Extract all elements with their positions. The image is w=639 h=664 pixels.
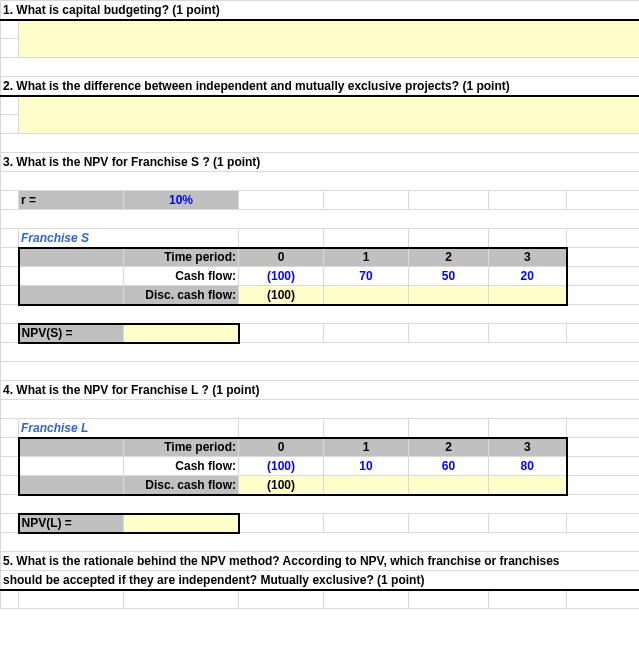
- grid-cell: [1, 590, 19, 609]
- q4-prompt: 4. What is the NPV for Franchise L ? (1 …: [1, 381, 640, 400]
- npv-l-label: NPV(L) =: [19, 514, 124, 533]
- dcf-l-0[interactable]: (100): [239, 476, 324, 495]
- franchise-s-label: Franchise S: [19, 229, 239, 248]
- grid-cell: [1, 476, 19, 495]
- q3-prompt: 3. What is the NPV for Franchise S ? (1 …: [1, 153, 640, 172]
- q1-prompt: 1. What is capital budgeting? (1 point): [1, 1, 640, 20]
- q5-prompt-line1: 5. What is the rationale behind the NPV …: [1, 552, 640, 571]
- cf-l-0[interactable]: (100): [239, 457, 324, 476]
- worksheet: 1. What is capital budgeting? (1 point) …: [0, 0, 639, 609]
- grid-cell: [1, 39, 19, 58]
- dcf-label: Disc. cash flow:: [124, 286, 239, 305]
- r-value[interactable]: 10%: [124, 191, 239, 210]
- grid-cell: [567, 248, 640, 267]
- cf-label: Cash flow:: [124, 457, 239, 476]
- grid-cell: [1, 419, 19, 438]
- grid-cell: [567, 590, 640, 609]
- q5-prompt-line2: should be accepted if they are independe…: [1, 571, 640, 590]
- dcf-s-3[interactable]: [489, 286, 567, 305]
- grid-cell: [324, 590, 409, 609]
- time-col-0: 0: [239, 438, 324, 457]
- grid-cell: [1, 286, 19, 305]
- grid-cell: [1, 457, 19, 476]
- grid-cell: [1, 267, 19, 286]
- time-col-3: 3: [489, 438, 567, 457]
- r-label: r =: [19, 191, 124, 210]
- spacer-row: [1, 343, 640, 362]
- franchise-l-label: Franchise L: [19, 419, 239, 438]
- grid-cell: [567, 457, 640, 476]
- grid-cell: [1, 20, 19, 39]
- grid-cell: [1, 438, 19, 457]
- spacer-row: [1, 495, 640, 514]
- grid-cell: [567, 267, 640, 286]
- grid-cell: [567, 286, 640, 305]
- spacer-row: [1, 305, 640, 324]
- dcf-l-2[interactable]: [409, 476, 489, 495]
- npv-s-value[interactable]: [124, 324, 239, 343]
- cf-s-0[interactable]: (100): [239, 267, 324, 286]
- grid-cell: [239, 191, 324, 210]
- grid-cell: [1, 96, 19, 115]
- grid-cell: [567, 191, 640, 210]
- grid-cell: [124, 590, 239, 609]
- q2-prompt: 2. What is the difference between indepe…: [1, 77, 640, 96]
- time-col-1: 1: [324, 438, 409, 457]
- spacer-row: [1, 533, 640, 552]
- cf-s-1[interactable]: 70: [324, 267, 409, 286]
- dcf-s-2[interactable]: [409, 286, 489, 305]
- time-col-3: 3: [489, 248, 567, 267]
- q2-answer-box[interactable]: [19, 96, 640, 134]
- grid-cell: [1, 324, 19, 343]
- time-col-0: 0: [239, 248, 324, 267]
- grid-cell: [19, 590, 124, 609]
- cf-l-1[interactable]: 10: [324, 457, 409, 476]
- grid-cell: [489, 590, 567, 609]
- npv-l-value[interactable]: [124, 514, 239, 533]
- grid-cell: [409, 191, 489, 210]
- dcf-l-3[interactable]: [489, 476, 567, 495]
- grid-cell: [19, 248, 124, 267]
- cf-s-3[interactable]: 20: [489, 267, 567, 286]
- npv-s-label: NPV(S) =: [19, 324, 124, 343]
- cf-l-3[interactable]: 80: [489, 457, 567, 476]
- grid-cell: [239, 590, 324, 609]
- time-period-label: Time period:: [124, 438, 239, 457]
- grid-cell: [1, 514, 19, 533]
- grid-cell: [19, 457, 124, 476]
- q1-answer-box[interactable]: [19, 20, 640, 58]
- time-col-2: 2: [409, 248, 489, 267]
- dcf-s-0[interactable]: (100): [239, 286, 324, 305]
- grid-cell: [1, 229, 19, 248]
- grid-cell: [19, 286, 124, 305]
- grid-cell: [324, 191, 409, 210]
- spacer-row: [1, 134, 640, 153]
- grid-cell: [567, 476, 640, 495]
- grid-cell: [1, 248, 19, 267]
- grid-cell: [489, 191, 567, 210]
- cf-s-2[interactable]: 50: [409, 267, 489, 286]
- dcf-label: Disc. cash flow:: [124, 476, 239, 495]
- grid-cell: [409, 590, 489, 609]
- dcf-s-1[interactable]: [324, 286, 409, 305]
- grid-cell: [567, 438, 640, 457]
- dcf-l-1[interactable]: [324, 476, 409, 495]
- spacer-row: [1, 400, 640, 419]
- time-col-2: 2: [409, 438, 489, 457]
- grid-cell: [19, 267, 124, 286]
- spacer-row: [1, 362, 640, 381]
- spacer-row: [1, 172, 640, 191]
- time-period-label: Time period:: [124, 248, 239, 267]
- cf-l-2[interactable]: 60: [409, 457, 489, 476]
- spacer-row: [1, 58, 640, 77]
- time-col-1: 1: [324, 248, 409, 267]
- cf-label: Cash flow:: [124, 267, 239, 286]
- grid-cell: [1, 115, 19, 134]
- grid-cell: [1, 191, 19, 210]
- spacer-row: [1, 210, 640, 229]
- grid-cell: [19, 476, 124, 495]
- grid-cell: [19, 438, 124, 457]
